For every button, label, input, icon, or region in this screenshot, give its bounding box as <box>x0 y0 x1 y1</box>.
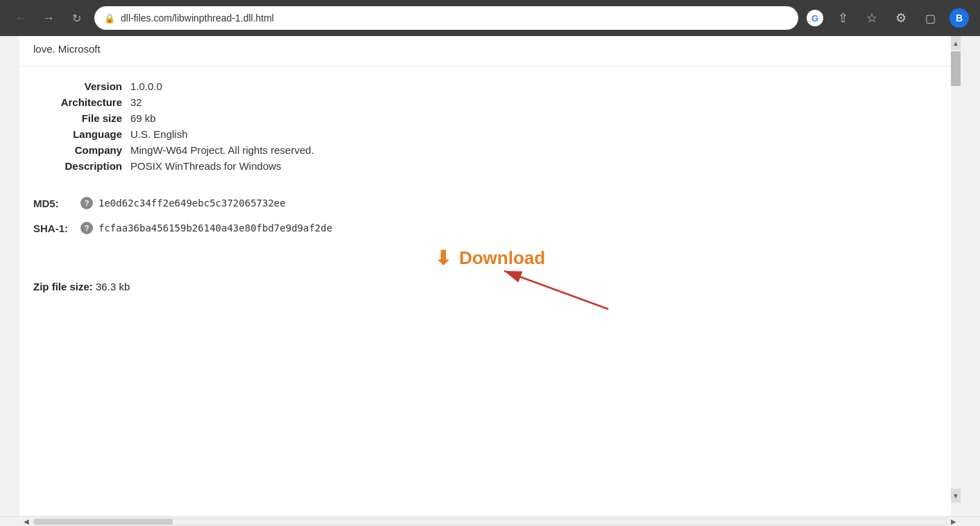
scrollbar-thumb[interactable] <box>34 519 173 525</box>
zip-size-row: Zip file size: 36.3 kb <box>19 270 951 306</box>
sha1-label: SHA-1: <box>33 222 75 234</box>
url-text: dll-files.com/libwinpthread-1.dll.html <box>121 12 274 24</box>
lock-icon: 🔒 <box>104 13 115 24</box>
filesize-label: File size <box>33 112 130 124</box>
scroll-right-button[interactable]: ▶ <box>947 518 961 525</box>
filesize-row: File size 69 kb <box>33 112 937 124</box>
bookmark-button[interactable]: ☆ <box>862 8 882 28</box>
language-value: U.S. English <box>130 128 188 140</box>
page-wrapper: ▲ ▼ love. Microsoft Version 1.0.0.0 Arch… <box>0 36 980 526</box>
download-section: ⬇ Download <box>19 247 961 270</box>
description-value: POSIX WinThreads for Windows <box>130 160 282 172</box>
download-icon: ⬇ <box>435 247 451 270</box>
download-label: Download <box>459 247 545 269</box>
md5-row: MD5: ? 1e0d62c34ff2e649ebc5c372065732ee <box>33 197 937 209</box>
sha1-value: fcfaa36ba456159b26140a43e80fbd7e9d9af2de <box>98 222 332 234</box>
zip-value: 36.3 kb <box>96 281 130 292</box>
browser-chrome: ← → ↻ 🔒 dll-files.com/libwinpthread-1.dl… <box>0 0 980 36</box>
download-button[interactable]: ⬇ Download <box>435 247 545 270</box>
md5-label: MD5: <box>33 198 75 209</box>
file-info-section: Version 1.0.0.0 Architecture 32 File siz… <box>19 67 951 183</box>
architecture-row: Architecture 32 <box>33 96 937 108</box>
company-value: MingW-W64 Project. All rights reserved. <box>130 144 314 156</box>
forward-button[interactable]: → <box>39 8 58 28</box>
company-label: Company <box>33 144 130 156</box>
extensions-button[interactable]: ⚙ <box>891 8 911 28</box>
partial-top-text: love. Microsoft <box>19 36 951 67</box>
language-label: Language <box>33 128 130 140</box>
hash-section: MD5: ? 1e0d62c34ff2e649ebc5c372065732ee … <box>19 197 951 234</box>
sha1-help-icon[interactable]: ? <box>80 222 93 234</box>
version-label: Version <box>33 80 130 92</box>
scrollbar-track[interactable] <box>33 518 947 525</box>
share-button[interactable]: ⇧ <box>833 8 852 28</box>
sha1-row: SHA-1: ? fcfaa36ba456159b26140a43e80fbd7… <box>33 222 937 234</box>
tab-button[interactable]: ▢ <box>920 8 940 28</box>
md5-help-icon[interactable]: ? <box>80 197 93 209</box>
language-row: Language U.S. English <box>33 128 937 140</box>
scroll-left-button[interactable]: ◀ <box>19 518 33 525</box>
architecture-value: 32 <box>130 96 142 108</box>
refresh-button[interactable]: ↻ <box>67 8 86 28</box>
company-row: Company MingW-W64 Project. All rights re… <box>33 144 937 156</box>
filesize-value: 69 kb <box>130 112 156 124</box>
description-label: Description <box>33 160 130 172</box>
address-bar[interactable]: 🔒 dll-files.com/libwinpthread-1.dll.html <box>94 6 798 30</box>
version-row: Version 1.0.0.0 <box>33 80 937 92</box>
version-value: 1.0.0.0 <box>130 80 162 92</box>
zip-label: Zip file size: <box>33 281 93 292</box>
google-icon[interactable]: G <box>807 10 823 26</box>
profile-button[interactable]: B <box>949 8 969 28</box>
browser-actions: G ⇧ ☆ ⚙ ▢ B <box>807 8 969 28</box>
architecture-label: Architecture <box>33 96 130 108</box>
back-button[interactable]: ← <box>11 8 31 28</box>
description-row: Description POSIX WinThreads for Windows <box>33 160 937 172</box>
md5-value: 1e0d62c34ff2e649ebc5c372065732ee <box>98 198 286 209</box>
bottom-scrollbar[interactable]: ◀ ▶ <box>0 516 980 526</box>
